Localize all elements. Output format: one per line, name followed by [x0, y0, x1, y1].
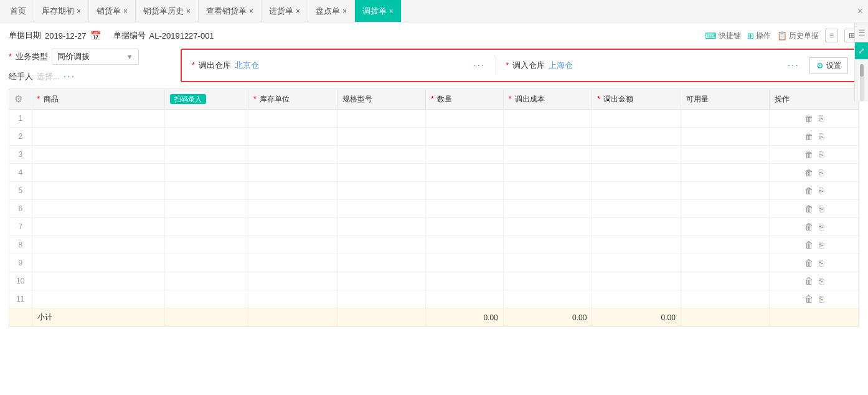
tab-purchase-close[interactable]: ×: [296, 7, 300, 16]
shortcut-btn[interactable]: ⌨ 快捷键: [705, 31, 741, 41]
row-spec-11[interactable]: [337, 290, 426, 308]
row-unit-9[interactable]: [248, 254, 337, 272]
delete-row-btn-4[interactable]: 🗑: [804, 168, 813, 178]
tab-sales-close[interactable]: ×: [123, 7, 128, 16]
copy-row-btn-10[interactable]: ⎘: [819, 276, 824, 286]
tab-view-sales[interactable]: 查看销货单 ×: [199, 0, 262, 22]
row-cost-7[interactable]: [503, 218, 592, 236]
row-unit-10[interactable]: [248, 272, 337, 290]
row-qty-7[interactable]: [426, 218, 504, 236]
row-product-2[interactable]: [32, 128, 165, 146]
row-product-6[interactable]: [32, 200, 165, 218]
row-unit-1[interactable]: [248, 110, 337, 128]
operations-btn[interactable]: ⊞ 操作: [747, 31, 771, 41]
sidebar-list-icon[interactable]: ☰: [856, 25, 868, 40]
copy-row-btn-6[interactable]: ⎘: [819, 204, 824, 214]
row-amount-7[interactable]: [592, 218, 681, 236]
tab-inventory-close[interactable]: ×: [77, 7, 81, 16]
row-amount-9[interactable]: [592, 254, 681, 272]
table-settings-icon[interactable]: ⚙: [14, 93, 22, 104]
copy-row-btn-9[interactable]: ⎘: [819, 258, 824, 268]
row-spec-8[interactable]: [337, 236, 426, 254]
delete-row-btn-8[interactable]: 🗑: [804, 240, 813, 250]
row-spec-9[interactable]: [337, 254, 426, 272]
copy-row-btn-7[interactable]: ⎘: [819, 222, 824, 232]
row-unit-3[interactable]: [248, 146, 337, 164]
row-spec-2[interactable]: [337, 128, 426, 146]
row-qty-11[interactable]: [426, 290, 504, 308]
row-amount-5[interactable]: [592, 182, 681, 200]
business-type-select[interactable]: 同价调拨 ▼: [52, 49, 139, 65]
delete-row-btn-10[interactable]: 🗑: [804, 276, 813, 286]
row-cost-4[interactable]: [503, 164, 592, 182]
row-amount-4[interactable]: [592, 164, 681, 182]
tab-transfer-close[interactable]: ×: [389, 7, 394, 16]
row-product-8[interactable]: [32, 236, 165, 254]
row-unit-6[interactable]: [248, 200, 337, 218]
history-btn[interactable]: 📋 历史单据: [777, 31, 819, 41]
tab-history-close[interactable]: ×: [186, 7, 191, 16]
row-unit-11[interactable]: [248, 290, 337, 308]
delete-row-btn-2[interactable]: 🗑: [804, 131, 813, 141]
row-cost-11[interactable]: [503, 290, 592, 308]
row-cost-8[interactable]: [503, 236, 592, 254]
tab-sales-order[interactable]: 销货单 ×: [89, 0, 136, 22]
tab-inventory-init[interactable]: 库存期初 ×: [34, 0, 89, 22]
row-qty-5[interactable]: [426, 182, 504, 200]
scan-btn[interactable]: 扫码录入: [170, 94, 206, 104]
row-qty-4[interactable]: [426, 164, 504, 182]
tab-purchase[interactable]: 进货单 ×: [262, 0, 308, 22]
row-spec-7[interactable]: [337, 218, 426, 236]
in-wh-dots-btn[interactable]: ···: [788, 60, 800, 71]
row-amount-3[interactable]: [592, 146, 681, 164]
row-spec-10[interactable]: [337, 272, 426, 290]
delete-row-btn-1[interactable]: 🗑: [804, 113, 813, 123]
row-unit-5[interactable]: [248, 182, 337, 200]
row-cost-6[interactable]: [503, 200, 592, 218]
row-product-11[interactable]: [32, 290, 165, 308]
scrollbar-thumb[interactable]: [860, 64, 864, 77]
row-qty-2[interactable]: [426, 128, 504, 146]
person-dots-btn[interactable]: ···: [64, 71, 75, 82]
copy-row-btn-4[interactable]: ⎘: [819, 168, 824, 178]
row-product-1[interactable]: [32, 110, 165, 128]
row-product-9[interactable]: [32, 254, 165, 272]
row-unit-8[interactable]: [248, 236, 337, 254]
delete-row-btn-3[interactable]: 🗑: [804, 150, 813, 159]
row-amount-1[interactable]: [592, 110, 681, 128]
copy-row-btn-2[interactable]: ⎘: [819, 131, 824, 141]
delete-row-btn-7[interactable]: 🗑: [804, 222, 813, 232]
row-amount-11[interactable]: [592, 290, 681, 308]
row-cost-10[interactable]: [503, 272, 592, 290]
row-unit-2[interactable]: [248, 128, 337, 146]
copy-row-btn-1[interactable]: ⎘: [819, 113, 824, 123]
row-amount-8[interactable]: [592, 236, 681, 254]
tab-stocktake[interactable]: 盘点单 ×: [308, 0, 355, 22]
row-qty-1[interactable]: [426, 110, 504, 128]
out-wh-dots-btn[interactable]: ···: [473, 60, 485, 71]
row-amount-2[interactable]: [592, 128, 681, 146]
row-spec-6[interactable]: [337, 200, 426, 218]
copy-row-btn-8[interactable]: ⎘: [819, 240, 824, 250]
tab-home[interactable]: 首页: [2, 0, 34, 22]
copy-row-btn-3[interactable]: ⎘: [819, 150, 824, 159]
tab-stocktake-close[interactable]: ×: [342, 7, 347, 16]
tab-sales-history[interactable]: 销货单历史 ×: [136, 0, 199, 22]
row-spec-1[interactable]: [337, 110, 426, 128]
row-spec-4[interactable]: [337, 164, 426, 182]
row-product-3[interactable]: [32, 146, 165, 164]
row-product-5[interactable]: [32, 182, 165, 200]
delete-row-btn-9[interactable]: 🗑: [804, 258, 813, 268]
settings-button[interactable]: ⚙ 设置: [809, 57, 848, 74]
row-qty-3[interactable]: [426, 146, 504, 164]
row-cost-1[interactable]: [503, 110, 592, 128]
sidebar-expand-icon[interactable]: ⤢: [855, 42, 869, 59]
delete-row-btn-11[interactable]: 🗑: [804, 294, 813, 304]
row-product-7[interactable]: [32, 218, 165, 236]
row-amount-6[interactable]: [592, 200, 681, 218]
row-cost-3[interactable]: [503, 146, 592, 164]
row-cost-2[interactable]: [503, 128, 592, 146]
row-amount-10[interactable]: [592, 272, 681, 290]
row-product-10[interactable]: [32, 272, 165, 290]
row-product-4[interactable]: [32, 164, 165, 182]
